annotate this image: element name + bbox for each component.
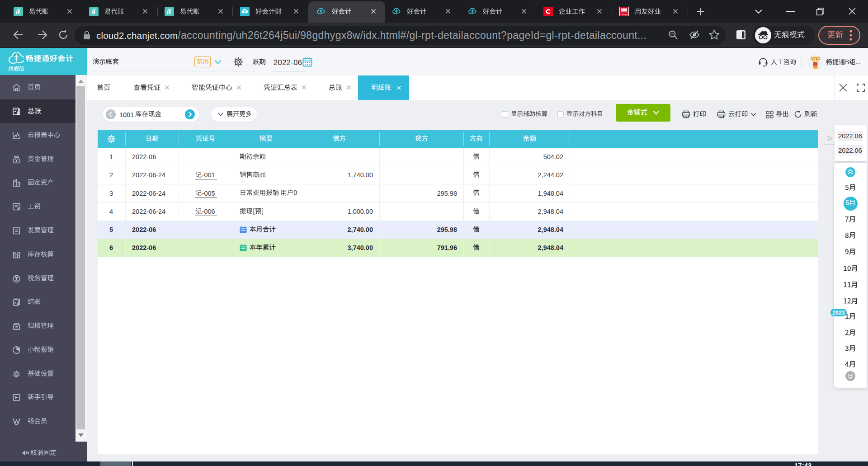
svg-text:Chanjet: Chanjet [621, 14, 628, 16]
